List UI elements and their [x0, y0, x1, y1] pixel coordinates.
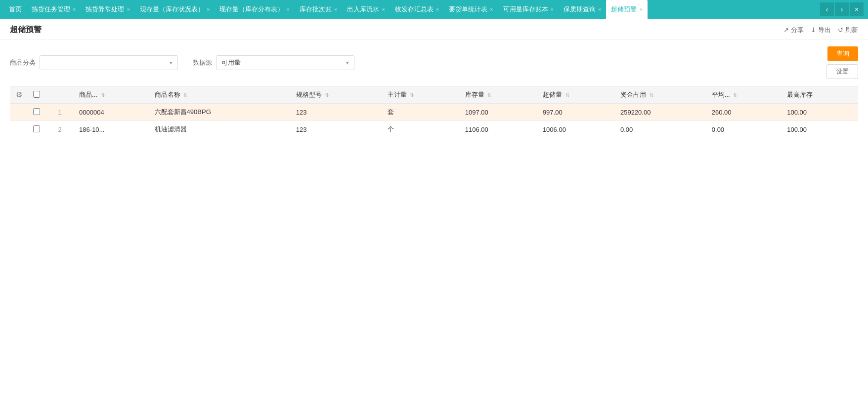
- export-icon: ⤓: [811, 26, 816, 34]
- nav-next-button[interactable]: ›: [835, 2, 849, 16]
- row-number: 2: [45, 121, 74, 138]
- datasource-label: 数据源: [193, 58, 212, 67]
- row-capital: 259220.00: [615, 104, 707, 121]
- data-table: ⚙ 商品... ⇅ 商品名称 ⇅ 规格型号: [10, 86, 858, 138]
- sidebar-item-quality[interactable]: 保质期查询 ×: [559, 0, 606, 19]
- sidebar-item-abnormal[interactable]: 拣货异常处理 ×: [81, 0, 134, 19]
- row-settings: [10, 104, 28, 121]
- sidebar-item-collect[interactable]: 收发存汇总表 ×: [390, 0, 444, 19]
- page-header: 超储预警 ↗ 分享 ⤓ 导出 ↺ 刷新: [0, 19, 868, 40]
- col-settings: ⚙: [10, 86, 28, 104]
- settings-button[interactable]: 设置: [826, 64, 858, 79]
- export-button[interactable]: ⤓ 导出: [811, 26, 831, 35]
- sort-icon: ⇅: [325, 92, 329, 98]
- nav-arrows: ‹ › ×: [820, 2, 864, 16]
- col-product-code[interactable]: 商品... ⇅: [74, 86, 150, 104]
- close-icon[interactable]: ×: [127, 6, 130, 12]
- close-icon[interactable]: ×: [334, 6, 337, 12]
- sidebar-item-overstock[interactable]: 超储预警 ×: [606, 0, 647, 19]
- sort-icon: ⇅: [183, 92, 187, 98]
- share-button[interactable]: ↗ 分享: [783, 26, 804, 35]
- refresh-icon: ↺: [838, 26, 843, 34]
- sort-icon: ⇅: [733, 92, 737, 98]
- row-product-code: 0000004: [74, 104, 150, 121]
- header-actions: ↗ 分享 ⤓ 导出 ↺ 刷新: [783, 26, 858, 35]
- row-spec: 123: [291, 104, 383, 121]
- filter-area: 商品分类 ▾ 数据源 可用量 ▾ 查询 设置: [0, 40, 868, 86]
- table-body: 1 0000004 六配套新昌490BPG 123 套 1097.00 997.…: [10, 104, 858, 138]
- nav-prev-button[interactable]: ‹: [820, 2, 834, 16]
- sidebar-item-inventory-dist[interactable]: 现存量（库存分布表） ×: [215, 0, 294, 19]
- close-icon[interactable]: ×: [382, 6, 385, 12]
- sort-icon: ⇅: [565, 92, 569, 98]
- col-capital[interactable]: 资金占用 ⇅: [615, 86, 707, 104]
- col-product-name[interactable]: 商品名称 ⇅: [150, 86, 291, 104]
- row-settings: [10, 121, 28, 138]
- sidebar-item-task[interactable]: 拣货任务管理 ×: [27, 0, 81, 19]
- row-checkbox-cell: [28, 104, 45, 121]
- col-max-stock[interactable]: 最高库存: [782, 86, 858, 104]
- page-content: 超储预警 ↗ 分享 ⤓ 导出 ↺ 刷新 商品分类 ▾ 数据源: [0, 19, 868, 395]
- datasource-select[interactable]: 可用量 ▾: [216, 55, 354, 70]
- close-icon[interactable]: ×: [286, 6, 289, 12]
- col-overstock[interactable]: 超储量 ⇅: [538, 86, 615, 104]
- row-avg: 0.00: [707, 121, 782, 138]
- table-row: 2 186-10... 机油滤清器 123 个 1106.00 1006.00 …: [10, 121, 858, 138]
- row-max-stock: 100.00: [782, 104, 858, 121]
- row-checkbox[interactable]: [33, 108, 40, 115]
- sidebar-item-home[interactable]: 首页: [4, 0, 27, 19]
- refresh-button[interactable]: ↺ 刷新: [838, 26, 858, 35]
- col-unit[interactable]: 主计量 ⇅: [383, 86, 460, 104]
- row-spec: 123: [291, 121, 383, 138]
- close-icon[interactable]: ×: [436, 6, 439, 12]
- query-button[interactable]: 查询: [827, 46, 858, 61]
- filter-buttons: 查询 设置: [826, 46, 858, 79]
- sidebar-item-batch[interactable]: 库存批次账 ×: [295, 0, 342, 19]
- sort-icon: ⇅: [487, 92, 491, 98]
- gear-icon[interactable]: ⚙: [16, 90, 22, 99]
- row-stock: 1097.00: [460, 104, 538, 121]
- sidebar-item-inventory-status[interactable]: 现存量（库存状况表） ×: [135, 0, 215, 19]
- close-icon[interactable]: ×: [207, 6, 210, 12]
- table-header-row: ⚙ 商品... ⇅ 商品名称 ⇅ 规格型号: [10, 86, 858, 104]
- category-label: 商品分类: [10, 58, 36, 67]
- row-overstock: 1006.00: [538, 121, 615, 138]
- col-checkbox: [28, 86, 45, 104]
- sort-icon: ⇅: [410, 92, 414, 98]
- table-row: 1 0000004 六配套新昌490BPG 123 套 1097.00 997.…: [10, 104, 858, 121]
- select-all-checkbox[interactable]: [33, 91, 40, 98]
- category-filter: 商品分类 ▾: [10, 55, 178, 70]
- table-container: ⚙ 商品... ⇅ 商品名称 ⇅ 规格型号: [0, 86, 868, 138]
- close-icon[interactable]: ×: [490, 6, 493, 12]
- col-spec[interactable]: 规格型号 ⇅: [291, 86, 383, 104]
- row-unit: 套: [383, 104, 460, 121]
- chevron-down-icon: ▾: [346, 60, 349, 66]
- close-icon[interactable]: ×: [73, 6, 76, 12]
- sort-icon: ⇅: [650, 92, 653, 98]
- col-rownum: [45, 86, 74, 104]
- row-checkbox[interactable]: [33, 125, 40, 132]
- col-avg[interactable]: 平均... ⇅: [707, 86, 782, 104]
- row-unit: 个: [383, 121, 460, 138]
- row-max-stock: 100.00: [782, 121, 858, 138]
- nav-more-button[interactable]: ×: [850, 2, 864, 16]
- sort-icon: ⇅: [101, 92, 105, 98]
- sidebar-item-available[interactable]: 可用量库存账本 ×: [498, 0, 559, 19]
- row-capital: 0.00: [615, 121, 707, 138]
- col-stock[interactable]: 库存量 ⇅: [460, 86, 538, 104]
- category-select[interactable]: ▾: [40, 55, 178, 70]
- row-avg: 260.00: [707, 104, 782, 121]
- row-checkbox-cell: [28, 121, 45, 138]
- chevron-down-icon: ▾: [170, 60, 173, 66]
- close-icon[interactable]: ×: [551, 6, 554, 12]
- row-overstock: 997.00: [538, 104, 615, 121]
- sidebar-item-inout[interactable]: 出入库流水 ×: [342, 0, 390, 19]
- close-icon[interactable]: ×: [639, 6, 642, 12]
- row-product-code: 186-10...: [74, 121, 150, 138]
- sidebar-item-order-stat[interactable]: 要货单统计表 ×: [444, 0, 498, 19]
- datasource-filter: 数据源 可用量 ▾: [193, 55, 354, 70]
- row-number: 1: [45, 104, 74, 121]
- row-product-name: 机油滤清器: [150, 121, 291, 138]
- row-stock: 1106.00: [460, 121, 538, 138]
- close-icon[interactable]: ×: [598, 6, 601, 12]
